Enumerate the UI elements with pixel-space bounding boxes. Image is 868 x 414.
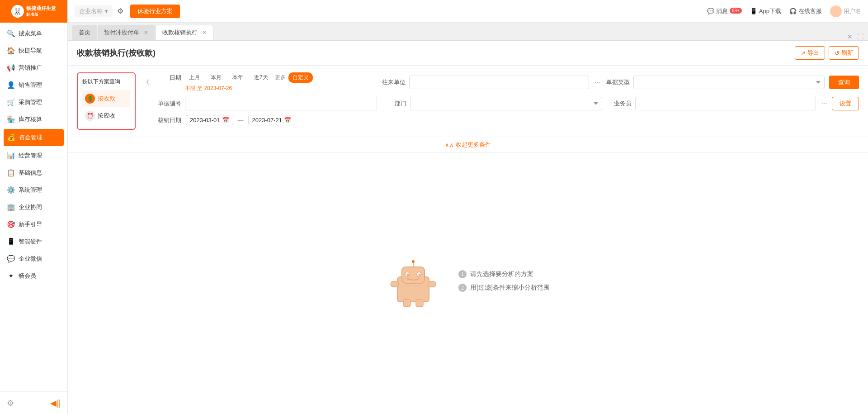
finance-icon: 💰	[7, 133, 15, 142]
salesperson-more-btn[interactable]: ···	[821, 100, 827, 108]
message-label: 消息	[716, 7, 728, 15]
salesperson-input[interactable]	[635, 97, 816, 110]
sidebar-item-wechat[interactable]: 💬 企业微信	[0, 250, 67, 267]
step-2-text: 用[过滤]条件来缩小分析范围	[470, 284, 550, 292]
sidebar-item-hardware[interactable]: 📱 智能硬件	[0, 233, 67, 250]
date-tab-last-month[interactable]: 上月	[185, 72, 204, 83]
sidebar-item-label: 智能硬件	[19, 238, 42, 246]
app-icon: 📱	[750, 8, 757, 14]
step-2-num: 2	[458, 284, 467, 292]
doc-type-select[interactable]	[633, 76, 825, 89]
sidebar-item-finance[interactable]: 💰 资金管理	[4, 129, 64, 146]
tab-home[interactable]: 首页	[72, 25, 97, 40]
message-icon: 💬	[707, 8, 714, 14]
tab-writeoff[interactable]: 收款核销执行 ✕	[156, 25, 213, 40]
filter-option-by-receipt[interactable]: 💲 按收款	[82, 90, 130, 107]
sidebar-item-system[interactable]: ⚙️ 系统管理	[0, 181, 67, 199]
date-filter-tabs: 上月 本月 本年 近7天 更多 自定义	[185, 72, 313, 83]
app-download-btn[interactable]: 📱 App下载	[750, 7, 781, 15]
tab-prepay-label: 预付冲应付单	[104, 29, 139, 37]
setting-button[interactable]: 设置	[832, 97, 859, 110]
collapse-sidebar-btn[interactable]: ◀‖	[50, 398, 61, 408]
sidebar-item-basic-info[interactable]: 📋 基础信息	[0, 164, 67, 181]
svg-point-7	[412, 260, 415, 263]
filter-row-2: 单据编号 部门 业务员 ···	[156, 97, 859, 110]
date-separator: —	[238, 117, 244, 124]
tab-prepay[interactable]: 预付冲应付单 ✕	[98, 25, 155, 40]
app-logo: 🐰 畅捷通好生意 标准版	[0, 0, 67, 23]
enterprise-icon: 🏢	[7, 203, 15, 211]
date-hint: 不限 至 2023-07-26	[185, 85, 232, 92]
counterparty-input[interactable]	[409, 76, 589, 89]
tab-close-all-icon[interactable]: ✕	[847, 33, 853, 40]
step-1-num: 1	[458, 270, 467, 278]
sidebar-item-member[interactable]: ✦ 畅会员	[0, 267, 67, 285]
date-tab-this-month[interactable]: 本月	[207, 72, 226, 83]
empty-illustration	[386, 257, 440, 311]
tabbar-controls: ✕ ⛶	[847, 33, 863, 40]
sidebar-footer: ⚙ ◀‖	[0, 391, 67, 414]
sidebar-item-label: 销售管理	[19, 81, 42, 89]
export-button[interactable]: ↗ 导出	[795, 46, 825, 60]
department-select[interactable]	[410, 97, 602, 110]
topbar: 企业名称 ▾ ⚙ 休验行业方案 💬 消息 99+ 📱 App下载 🎧 在线客服 …	[68, 0, 868, 23]
collapse-more-btn[interactable]: ∧∧ 收起更多条件	[68, 137, 868, 153]
sidebar-item-purchase[interactable]: 🛒 采购管理	[0, 94, 67, 111]
svg-rect-9	[428, 281, 436, 287]
collapse-filter-btn[interactable]: 《	[142, 78, 150, 87]
doc-number-input[interactable]	[185, 97, 377, 110]
filter-form: 日期 上月 本月 本年 近7天 更多 自定义 不限 至 2023-0	[156, 72, 859, 130]
date-more-btn[interactable]: 更多	[275, 74, 286, 81]
date-tab-7days[interactable]: 近7天	[250, 72, 272, 83]
customer-service-btn[interactable]: 🎧 在线客服	[789, 7, 822, 15]
tab-home-label: 首页	[79, 29, 90, 37]
refresh-button[interactable]: ↺ 刷新	[829, 46, 859, 60]
tab-expand-icon[interactable]: ⛶	[857, 33, 863, 40]
sidebar-item-label: 营销推广	[19, 64, 42, 72]
counterparty-label: 往来单位	[381, 78, 406, 86]
tab-prepay-close[interactable]: ✕	[144, 29, 148, 36]
brand-selector[interactable]: 企业名称 ▾	[75, 5, 113, 17]
sidebar-item-label: 新手引导	[19, 220, 42, 228]
writeoff-date-end-wrapper: 2023-07-21 📅	[248, 115, 296, 125]
page-title: 收款核销执行(按收款)	[77, 48, 156, 58]
calendar-start-icon[interactable]: 📅	[222, 117, 229, 124]
date-custom-tag[interactable]: 自定义	[288, 72, 313, 83]
receipt-scheme-icon: 💲	[85, 94, 95, 104]
salesperson-field-group: 业务员 ···	[607, 97, 827, 110]
query-button[interactable]: 查询	[829, 76, 859, 89]
filter-option-by-receivable[interactable]: ⏰ 按应收	[82, 107, 130, 124]
step-1-text: 请先选择要分析的方案	[470, 270, 533, 278]
sidebar-item-guide[interactable]: 🎯 新手引导	[0, 216, 67, 233]
svg-rect-8	[391, 281, 399, 287]
writeoff-date-start-wrapper: 2023-03-01 📅	[186, 115, 233, 125]
calendar-end-icon[interactable]: 📅	[284, 117, 291, 124]
counterparty-more-btn[interactable]: ···	[594, 78, 600, 86]
sidebar-item-management[interactable]: 📊 经营管理	[0, 147, 67, 164]
sidebar-item-quicknav[interactable]: 🏠 快捷导航	[0, 42, 67, 59]
date-tab-this-year[interactable]: 本年	[228, 72, 247, 83]
sidebar-item-label: 快捷导航	[19, 47, 42, 55]
tab-writeoff-close[interactable]: ✕	[202, 29, 207, 36]
sidebar-item-enterprise[interactable]: 🏢 企业协同	[0, 199, 67, 216]
sidebar-item-label: 系统管理	[19, 186, 42, 194]
sidebar-nav: 🔍 搜索菜单 🏠 快捷导航 📢 营销推广 👤 销售管理 🛒 采购管理 🏪 库存核…	[0, 23, 67, 391]
topbar-right: 💬 消息 99+ 📱 App下载 🎧 在线客服 用户名	[707, 5, 861, 17]
sidebar-item-inventory[interactable]: 🏪 库存核算	[0, 111, 67, 128]
doc-number-field-group: 单据编号	[156, 97, 377, 110]
sidebar-item-sales[interactable]: 👤 销售管理	[0, 76, 67, 94]
solution-button[interactable]: 休验行业方案	[130, 5, 180, 18]
filter-scheme-panel: 按以下方案查询 💲 按收款 ⏰ 按应收	[77, 72, 136, 130]
hardware-icon: 📱	[7, 238, 15, 246]
message-btn[interactable]: 💬 消息 99+	[707, 7, 742, 15]
sidebar-item-marketing[interactable]: 📢 营销推广	[0, 59, 67, 76]
home-icon: 🏠	[7, 47, 15, 55]
user-menu[interactable]: 用户名	[830, 5, 861, 17]
salesperson-label: 业务员	[607, 100, 632, 108]
empty-state: 1 请先选择要分析的方案 2 用[过滤]条件来缩小分析范围	[68, 153, 868, 414]
sidebar-item-search[interactable]: 🔍 搜索菜单	[0, 25, 67, 42]
date-label: 日期	[156, 74, 181, 82]
filter-area: 按以下方案查询 💲 按收款 ⏰ 按应收 《	[68, 66, 868, 137]
settings-topbar-icon[interactable]: ⚙	[117, 7, 123, 15]
settings-icon[interactable]: ⚙	[7, 398, 14, 408]
